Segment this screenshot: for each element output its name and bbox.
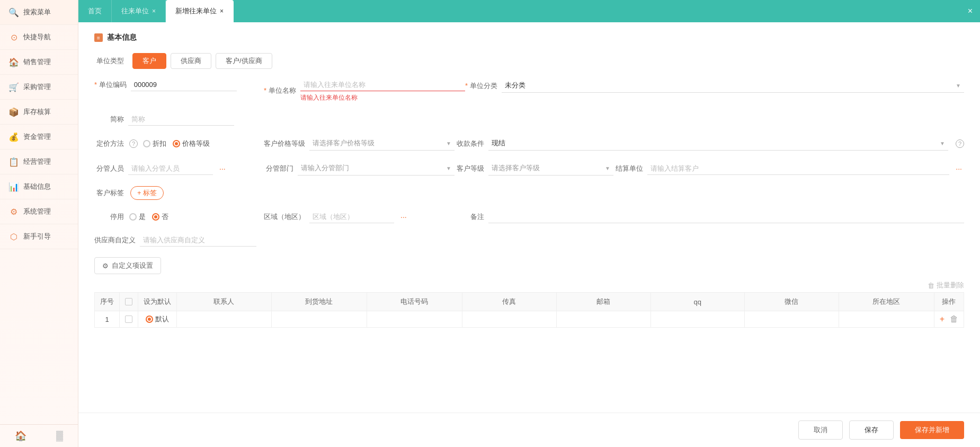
sidebar-item-search[interactable]: 🔍 搜索菜单: [0, 0, 78, 25]
department-select[interactable]: 请输入分管部门 ▼: [298, 161, 455, 176]
remark-input[interactable]: [488, 211, 964, 223]
sidebar-item-operations[interactable]: 📋 经营管理: [0, 150, 78, 174]
tab-new-partner[interactable]: 新增往来单位 ×: [166, 0, 234, 22]
save-new-button[interactable]: 保存并新增: [900, 421, 964, 439]
disabled-yes-circle: [129, 213, 137, 221]
email-input[interactable]: [562, 315, 645, 323]
delete-row-btn[interactable]: 🗑: [950, 314, 958, 324]
cell-seq: 1: [95, 311, 120, 328]
sidebar-item-newbie[interactable]: ⬡ 新手引导: [0, 224, 78, 249]
unit-code-input[interactable]: [131, 78, 237, 91]
customer-price-level-select[interactable]: 请选择客户价格等级 ▼: [309, 136, 455, 151]
unit-category-select[interactable]: 未分类 ▼: [502, 78, 964, 93]
abbr-row: 简称: [94, 113, 964, 126]
sidebar-home-btn[interactable]: 🏠: [15, 430, 26, 442]
add-row-btn[interactable]: +: [940, 314, 945, 324]
wechat-input[interactable]: [750, 315, 833, 323]
cell-wechat[interactable]: [744, 311, 839, 328]
pricing-discount-radio[interactable]: 折扣: [143, 139, 166, 148]
supplier-custom-input[interactable]: [140, 234, 256, 247]
settlement-unit-label: 结算单位: [613, 164, 643, 173]
close-all-button[interactable]: ×: [968, 7, 973, 15]
default-radio[interactable]: 默认: [144, 314, 171, 324]
row-actions: + 🗑: [940, 314, 958, 324]
sidebar-item-quicknav[interactable]: ⊙ 快捷导航: [0, 25, 78, 50]
system-icon: ⚙: [8, 206, 19, 217]
region-input-table[interactable]: [844, 315, 929, 323]
tab-partners-close[interactable]: ×: [152, 8, 156, 14]
supplier-custom-row: 供应商自定义: [94, 234, 964, 247]
tab-home[interactable]: 首页: [84, 0, 112, 22]
sidebar-item-system[interactable]: ⚙ 系统管理: [0, 199, 78, 224]
unit-name-input[interactable]: [300, 78, 465, 91]
manager-input[interactable]: [128, 162, 213, 175]
region-more-btn[interactable]: ···: [398, 213, 409, 221]
cell-contact[interactable]: [177, 311, 272, 328]
batch-delete-label[interactable]: 批量删除: [937, 281, 964, 290]
save-button[interactable]: 保存: [849, 420, 894, 440]
customer-level-select[interactable]: 请选择客户等级 ▼: [488, 161, 613, 176]
unit-type-both-btn[interactable]: 客户/供应商: [216, 53, 272, 69]
pricing-method-label: 定价方法: [94, 139, 124, 148]
sidebar-item-sales[interactable]: 🏠 销售管理: [0, 50, 78, 75]
unit-type-supplier-btn[interactable]: 供应商: [171, 53, 211, 69]
chevron-down-icon-3: ▼: [940, 141, 945, 146]
sidebar-item-label: 系统管理: [23, 207, 51, 216]
abbr-input[interactable]: [128, 113, 234, 126]
tab-partners[interactable]: 往来单位 ×: [112, 0, 166, 22]
region-label: 区域（地区）: [264, 212, 305, 222]
phone-input[interactable]: [372, 315, 457, 323]
finance-icon: 💰: [8, 132, 19, 142]
col-default: 设为默认: [138, 293, 177, 311]
custom-settings-button[interactable]: ⚙ 自定义项设置: [94, 257, 161, 274]
col-phone: 电话号码: [367, 293, 462, 311]
sidebar-more-btn[interactable]: ▓: [56, 430, 63, 442]
contact-input[interactable]: [182, 315, 266, 323]
row-checkbox[interactable]: [125, 315, 132, 323]
cell-fax[interactable]: [462, 311, 556, 328]
tab-bar: 首页 往来单位 × 新增往来单位 × ×: [78, 0, 980, 22]
sidebar-item-basic[interactable]: 📊 基础信息: [0, 174, 78, 199]
address-input[interactable]: [277, 315, 361, 323]
tab-home-label: 首页: [88, 6, 102, 16]
sidebar-item-inventory[interactable]: 📦 库存核算: [0, 100, 78, 125]
cell-phone[interactable]: [367, 311, 462, 328]
add-tag-button[interactable]: + 标签: [130, 186, 164, 200]
qq-input[interactable]: [656, 315, 739, 323]
col-address: 到货地址: [271, 293, 367, 311]
tab-new-partner-close[interactable]: ×: [220, 8, 224, 14]
contacts-table: 序号 设为默认 联系人 到货地址 电话号码 传真 邮箱 qq 微信 所在地区 操…: [94, 292, 964, 328]
pricing-level-radio[interactable]: 价格等级: [173, 139, 210, 148]
settlement-unit-more-btn[interactable]: ···: [954, 164, 964, 173]
chevron-down-icon-2: ▼: [446, 141, 451, 146]
col-qq: qq: [651, 293, 744, 311]
sidebar-item-purchase[interactable]: 🛒 采购管理: [0, 75, 78, 100]
cell-address[interactable]: [271, 311, 367, 328]
custom-settings-label: 自定义项设置: [112, 261, 153, 270]
cell-region[interactable]: [839, 311, 934, 328]
fax-input[interactable]: [468, 315, 551, 323]
cell-qq[interactable]: [651, 311, 744, 328]
sidebar-item-label: 资金管理: [23, 132, 51, 142]
disabled-no-label: 否: [162, 212, 168, 222]
pricing-help-icon[interactable]: ?: [129, 139, 138, 148]
tab-partners-label: 往来单位: [121, 6, 149, 16]
sidebar-item-finance[interactable]: 💰 资金管理: [0, 125, 78, 150]
region-input[interactable]: [309, 211, 394, 223]
cell-default: 默认: [138, 311, 177, 328]
sidebar-item-label: 经营管理: [23, 157, 51, 166]
settlement-unit-input[interactable]: [647, 162, 949, 175]
select-all-checkbox[interactable]: [125, 298, 132, 305]
more-icon: ▓: [56, 430, 63, 441]
payment-terms-help-icon[interactable]: ?: [956, 139, 964, 148]
col-email: 邮箱: [556, 293, 651, 311]
unit-type-customer-btn[interactable]: 客户: [132, 53, 166, 69]
footer: 取消 保存 保存并新增: [78, 413, 980, 447]
cancel-button[interactable]: 取消: [798, 420, 843, 440]
payment-terms-select[interactable]: 现结 ▼: [488, 136, 948, 151]
cell-email[interactable]: [556, 311, 651, 328]
manager-more-btn[interactable]: ···: [217, 164, 228, 173]
disabled-yes-radio[interactable]: 是: [129, 212, 146, 222]
sidebar-item-label: 搜索菜单: [23, 7, 51, 17]
disabled-no-radio[interactable]: 否: [152, 212, 168, 222]
